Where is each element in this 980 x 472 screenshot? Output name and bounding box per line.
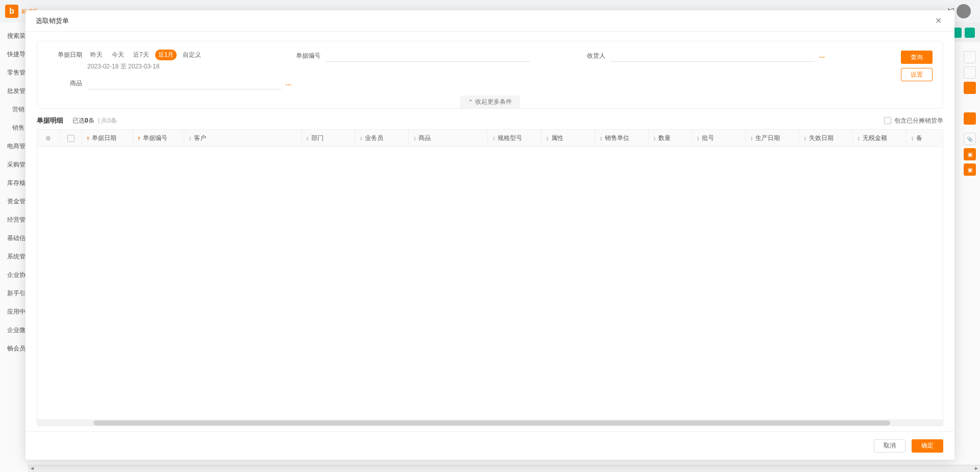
filter-product-group: 商品 … <box>47 77 291 89</box>
settings-button[interactable]: 设置 <box>901 68 933 81</box>
date-option-custom[interactable]: 自定义 <box>180 50 204 60</box>
collapse-filters-button[interactable]: ⌃ 收起更多条件 <box>460 96 520 108</box>
filter-docno-group: 单据编号 <box>286 50 530 62</box>
list-header: 单据明细 已选0条 | 共0条 包含已分摊销货单 <box>37 116 943 125</box>
col-product[interactable]: ▲▼商品 <box>409 130 488 147</box>
confirm-button[interactable]: 确定 <box>912 439 943 453</box>
collapse-label: 收起更多条件 <box>475 98 512 106</box>
tab-detail[interactable]: 单据明细 <box>37 116 63 125</box>
modal-overlay: 选取销货单 ✕ 单据日期 昨天 今天 近7天 近1月 自定义 <box>0 0 980 472</box>
col-salesperson[interactable]: ▲▼业务员 <box>355 130 409 147</box>
modal-body: 单据日期 昨天 今天 近7天 近1月 自定义 2023-02-18 至 2023… <box>26 32 954 431</box>
date-option-7days[interactable]: 近7天 <box>130 50 152 60</box>
col-spec[interactable]: ▲▼规格型号 <box>488 130 542 147</box>
filter-date-group: 单据日期 昨天 今天 近7天 近1月 自定义 2023-02-18 至 2023… <box>47 50 204 71</box>
col-customer[interactable]: ▲▼客户 <box>184 130 302 147</box>
col-docno[interactable]: ▲▼单据编号 <box>133 130 184 147</box>
table-body-empty <box>37 147 943 419</box>
col-attr[interactable]: ▲▼属性 <box>542 130 595 147</box>
product-more-icon[interactable]: … <box>285 80 291 87</box>
date-option-1month[interactable]: 近1月 <box>155 50 177 60</box>
filter-buttons: 查询 设置 <box>901 51 933 81</box>
filter-date-label: 单据日期 <box>47 51 82 59</box>
modal-footer: 取消 确定 <box>26 431 954 460</box>
include-allocated-label: 包含已分摊销货单 <box>894 116 943 125</box>
col-unit[interactable]: ▲▼销售单位 <box>595 130 649 147</box>
modal-header: 选取销货单 ✕ <box>26 10 954 32</box>
horizontal-scrollbar[interactable] <box>37 419 943 426</box>
col-date[interactable]: ▲▼单据日期 <box>82 130 133 147</box>
product-input[interactable] <box>87 77 281 89</box>
col-expiry[interactable]: ▲▼失效日期 <box>799 130 853 147</box>
col-qty[interactable]: ▲▼数量 <box>649 130 692 147</box>
date-option-today[interactable]: 今天 <box>109 50 127 60</box>
table-header: ⚙ ▲▼单据日期 ▲▼单据编号 ▲▼客户 ▲▼部门 ▲▼业务员 ▲▼商品 ▲▼规… <box>37 130 943 147</box>
date-option-yesterday[interactable]: 昨天 <box>87 50 106 60</box>
filter-card: 单据日期 昨天 今天 近7天 近1月 自定义 2023-02-18 至 2023… <box>37 41 943 109</box>
filter-receiver-label: 收货人 <box>571 52 605 60</box>
filter-docno-label: 单据编号 <box>286 52 321 60</box>
col-notax-amount[interactable]: ▲▼无税金额 <box>853 130 906 147</box>
docno-input[interactable] <box>326 50 530 62</box>
col-batch[interactable]: ▲▼批号 <box>692 130 746 147</box>
column-settings-icon[interactable]: ⚙ <box>37 130 60 147</box>
col-dept[interactable]: ▲▼部门 <box>302 130 355 147</box>
checkbox-icon <box>884 117 891 124</box>
col-remark[interactable]: ▲▼备 <box>906 130 927 147</box>
col-prod-date[interactable]: ▲▼生产日期 <box>746 130 799 147</box>
table: ⚙ ▲▼单据日期 ▲▼单据编号 ▲▼客户 ▲▼部门 ▲▼业务员 ▲▼商品 ▲▼规… <box>37 129 943 426</box>
cancel-button[interactable]: 取消 <box>874 439 905 453</box>
filter-product-label: 商品 <box>47 79 82 88</box>
close-icon[interactable]: ✕ <box>932 15 944 27</box>
modal-title: 选取销货单 <box>36 16 69 26</box>
receiver-input[interactable] <box>610 50 815 62</box>
chevron-up-icon: ⌃ <box>468 99 473 106</box>
include-allocated-checkbox[interactable]: 包含已分摊销货单 <box>884 116 943 125</box>
select-sales-order-modal: 选取销货单 ✕ 单据日期 昨天 今天 近7天 近1月 自定义 <box>26 10 954 460</box>
search-button[interactable]: 查询 <box>901 51 933 64</box>
selected-count: 已选0条 | 共0条 <box>72 116 117 125</box>
filter-receiver-group: 收货人 … <box>571 50 825 62</box>
date-range-text: 2023-02-18 至 2023-03-18 <box>87 62 204 71</box>
select-all-checkbox[interactable] <box>60 130 82 147</box>
receiver-more-icon[interactable]: … <box>819 52 825 59</box>
